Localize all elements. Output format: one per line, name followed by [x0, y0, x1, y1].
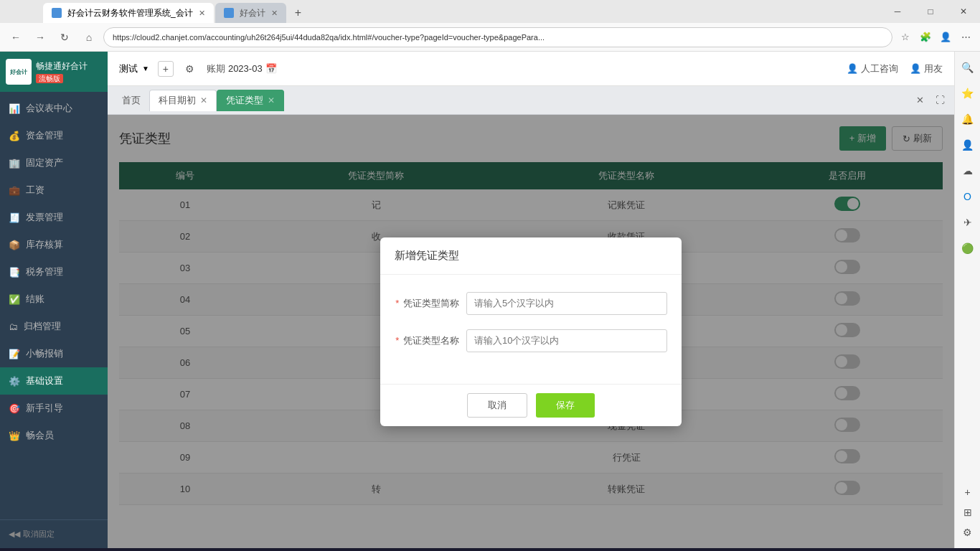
cancel-button[interactable]: 取消: [467, 393, 527, 418]
sidebar-item-archive[interactable]: 🗂 归档管理: [0, 313, 108, 340]
checkout-label: 结账: [26, 293, 44, 306]
top-bar-right: 👤 人工咨询 👤 用友: [847, 62, 943, 75]
right-outlook-icon[interactable]: O: [958, 187, 978, 207]
sidebar: 好会计 畅捷通好合计 流畅版 📊 会议表中心 💰 资金管理 🏢 固定资产: [0, 52, 108, 548]
salary-icon: 💼: [9, 185, 20, 196]
home-button[interactable]: ⌂: [79, 27, 99, 47]
consulting-button[interactable]: 👤 人工咨询: [847, 62, 898, 75]
right-star-icon[interactable]: ⭐: [958, 83, 978, 103]
browser-tab-2[interactable]: 好会计 ✕: [215, 3, 286, 23]
member-label: 畅会员: [26, 429, 54, 442]
modal-body: * 凭证类型简称 * 凭证类型名称: [380, 275, 682, 384]
sidebar-item-guide[interactable]: 🎯 新手引导: [0, 395, 108, 422]
expand-tabs-button[interactable]: ⛶: [931, 92, 948, 109]
browser-tab-1[interactable]: 好会计云财务软件管理系统_会计 ✕: [43, 3, 214, 23]
reload-button[interactable]: ↻: [55, 27, 75, 47]
form-label-name: * 凭证类型名称: [395, 334, 466, 347]
sidebar-item-dashboard[interactable]: 📊 会议表中心: [0, 95, 108, 122]
window-close[interactable]: ✕: [947, 0, 980, 23]
required-marker-abbr: *: [395, 298, 399, 309]
guide-icon: 🎯: [9, 403, 20, 414]
settings-label: 基础设置: [26, 375, 63, 387]
tax-icon: 📑: [9, 267, 20, 278]
inventory-label: 库存核算: [26, 238, 63, 251]
sidebar-item-assets[interactable]: 🏢 固定资产: [0, 149, 108, 176]
sidebar-item-invoice[interactable]: 🧾 发票管理: [0, 204, 108, 231]
bookmark-icon[interactable]: ☆: [897, 29, 914, 46]
user-info[interactable]: 👤 用友: [910, 62, 943, 75]
dashboard-icon: 📊: [9, 103, 20, 114]
right-tool2-icon[interactable]: 🟢: [958, 238, 978, 258]
sidebar-item-inventory[interactable]: 📦 库存核算: [0, 231, 108, 258]
url-input[interactable]: [103, 27, 892, 47]
modal-new-voucher-type: 新增凭证类型 * 凭证类型简称 * 凭证类型名称: [380, 237, 682, 426]
right-tool1-icon[interactable]: ✈: [958, 212, 978, 232]
assets-label: 固定资产: [26, 156, 63, 169]
right-toolbar-bottom: + ⊞ ⚙: [958, 482, 978, 542]
collapse-tabs-button[interactable]: ✕: [911, 92, 928, 109]
main-area: 测试 ▼ + ⚙ 账期 2023-03 📅 👤 人工咨询 👤 用友: [108, 52, 954, 548]
browser-tab-bar: 好会计云财务软件管理系统_会计 ✕ 好会计 ✕ +: [0, 0, 881, 23]
checkout-icon: ✅: [9, 294, 20, 305]
sidebar-menu: 📊 会议表中心 💰 资金管理 🏢 固定资产 💼 工资 🧾 发票管理 📦: [0, 92, 108, 519]
right-cloud-icon[interactable]: ☁: [958, 161, 978, 181]
archive-icon: 🗂: [9, 321, 18, 332]
sidebar-item-settings[interactable]: ⚙️ 基础设置: [0, 367, 108, 395]
right-plus-icon[interactable]: +: [958, 482, 978, 502]
workspace-add-button[interactable]: +: [158, 61, 174, 77]
tab-subject[interactable]: 科目期初 ✕: [149, 90, 217, 111]
forward-button[interactable]: →: [30, 27, 50, 47]
sidebar-item-checkout[interactable]: ✅ 结账: [0, 286, 108, 313]
right-notification-icon[interactable]: 🔔: [958, 109, 978, 129]
window-maximize[interactable]: □: [914, 0, 947, 23]
right-search-icon[interactable]: 🔍: [958, 57, 978, 77]
tab-voucher-type-close[interactable]: ✕: [268, 95, 275, 105]
unpin-button[interactable]: ◀◀ 取消固定: [6, 526, 102, 542]
extensions-icon[interactable]: 🧩: [917, 29, 934, 46]
right-settings-icon[interactable]: ⚙: [958, 522, 978, 542]
profile-icon[interactable]: 👤: [937, 29, 954, 46]
sidebar-bottom: ◀◀ 取消固定: [0, 519, 108, 548]
modal-title: 新增凭证类型: [380, 237, 682, 275]
right-user-icon[interactable]: 👤: [958, 135, 978, 155]
top-bar: 测试 ▼ + ⚙ 账期 2023-03 📅 👤 人工咨询 👤 用友: [108, 52, 954, 86]
windows-taskbar: 21°C 多云 英 18:25 2023/3/18 🔔: [0, 548, 980, 551]
funds-label: 资金管理: [26, 129, 63, 142]
save-button[interactable]: 保存: [536, 393, 595, 418]
inventory-icon: 📦: [9, 240, 20, 250]
settings-icon: ⚙️: [9, 376, 20, 387]
back-button[interactable]: ←: [6, 27, 26, 47]
logo-icon: 好会计: [6, 59, 32, 85]
workspace-selector[interactable]: 测试 ▼: [119, 62, 149, 75]
tab-home[interactable]: 首页: [113, 90, 149, 111]
more-icon[interactable]: ⋯: [957, 29, 974, 46]
browser-tab-2-close[interactable]: ✕: [271, 9, 278, 18]
invoice-icon: 🧾: [9, 212, 20, 223]
sidebar-item-salary[interactable]: 💼 工资: [0, 176, 108, 204]
consulting-icon: 👤: [847, 63, 858, 74]
form-row-name: * 凭证类型名称: [395, 329, 667, 352]
page-content: 凭证类型 + 新增 ↻ 刷新 编号 凭证类型简称 凭证类型名称 是否启用: [108, 115, 954, 548]
new-browser-tab-btn[interactable]: +: [286, 3, 310, 23]
right-grid-icon[interactable]: ⊞: [958, 502, 978, 522]
report-label: 小畅报销: [26, 347, 63, 360]
window-minimize[interactable]: ─: [881, 0, 914, 23]
address-bar: ← → ↻ ⌂ ☆ 🧩 👤 ⋯: [0, 23, 980, 52]
funds-icon: 💰: [9, 131, 20, 141]
sidebar-item-tax[interactable]: 📑 税务管理: [0, 258, 108, 286]
tab-subject-close[interactable]: ✕: [200, 95, 207, 105]
sidebar-item-report[interactable]: 📝 小畅报销: [0, 340, 108, 367]
window-titlebar: 好会计云财务软件管理系统_会计 ✕ 好会计 ✕ + ─ □ ✕: [0, 0, 980, 23]
assets-icon: 🏢: [9, 158, 20, 169]
input-voucher-abbr[interactable]: [466, 292, 667, 315]
tab-voucher-type[interactable]: 凭证类型 ✕: [217, 90, 284, 111]
workspace-settings-button[interactable]: ⚙: [182, 61, 198, 77]
salary-label: 工资: [26, 184, 44, 197]
browser-toolbar: ☆ 🧩 👤 ⋯: [897, 29, 974, 46]
browser-tab-1-close[interactable]: ✕: [199, 9, 205, 18]
tax-label: 税务管理: [26, 265, 63, 278]
input-voucher-name[interactable]: [466, 329, 667, 352]
sidebar-item-member[interactable]: 👑 畅会员: [0, 422, 108, 449]
sidebar-item-funds[interactable]: 💰 资金管理: [0, 122, 108, 149]
tabs-controls: ✕ ⛶: [911, 92, 948, 109]
